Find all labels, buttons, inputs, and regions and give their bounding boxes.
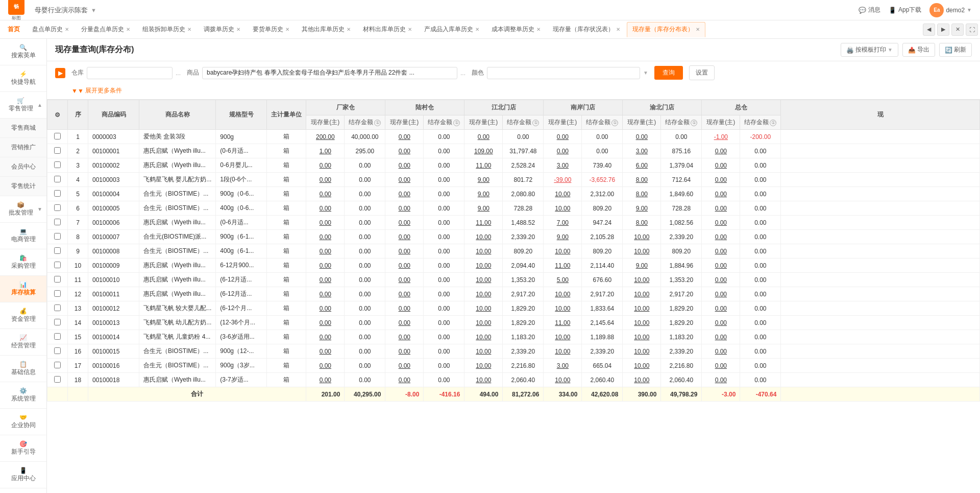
tab-other-out-close[interactable]: ✕: [347, 27, 351, 32]
qty-cell[interactable]: 0.00: [385, 259, 424, 273]
tab-expand-button[interactable]: ⛶: [966, 24, 978, 36]
row-checkbox[interactable]: [54, 319, 61, 325]
qty-cell[interactable]: 10.00: [464, 359, 503, 373]
qty-cell[interactable]: 11.00: [544, 316, 582, 330]
sidebar-item-purchase[interactable]: 🛍️ 采购管理: [0, 249, 46, 276]
sidebar-item-marketing[interactable]: 营销推广: [0, 138, 46, 157]
qty-cell[interactable]: 11.00: [544, 259, 582, 273]
qty-cell[interactable]: 3.00: [544, 158, 582, 173]
qty-cell[interactable]: 9.00: [544, 230, 582, 244]
tab-order-close[interactable]: ✕: [285, 27, 289, 32]
qty-cell[interactable]: 0.00: [464, 130, 503, 144]
sidebar-item-member[interactable]: 会员中心: [0, 157, 46, 177]
qty-cell[interactable]: 10.00: [623, 316, 661, 330]
query-button[interactable]: 查询: [654, 66, 683, 80]
tab-close-button[interactable]: ✕: [951, 24, 964, 36]
sidebar-item-management[interactable]: 📈 经营管理: [0, 329, 46, 356]
tab-material-out[interactable]: 材料出库单历史 ✕: [357, 22, 418, 37]
qty-cell[interactable]: 8.00: [623, 187, 661, 201]
qty-cell[interactable]: 7.00: [544, 216, 582, 230]
qty-cell[interactable]: 10.00: [544, 373, 582, 387]
f-amt-info-icon[interactable]: ①: [374, 120, 381, 126]
row-checkbox[interactable]: [54, 376, 61, 383]
qty-cell[interactable]: 0.00: [385, 359, 424, 373]
qty-cell[interactable]: 10.00: [623, 230, 661, 244]
app-download-button[interactable]: 📱 App下载: [889, 6, 921, 14]
row-settings[interactable]: [47, 330, 68, 344]
zc-amt-info-icon[interactable]: ①: [770, 120, 776, 126]
qty-cell[interactable]: 10.00: [623, 301, 661, 316]
qty-cell[interactable]: 0.00: [385, 301, 424, 316]
print-button[interactable]: 🖨️ 按模板打印 ▼: [841, 43, 898, 57]
tab-sub-stocktake[interactable]: 分量盘点单历史 ✕: [76, 22, 136, 37]
qty-cell[interactable]: 10.00: [623, 273, 661, 287]
sidebar-item-system[interactable]: ⚙️ 系统管理: [0, 382, 46, 409]
qty-cell[interactable]: 10.00: [464, 301, 503, 316]
row-checkbox[interactable]: [54, 233, 61, 240]
row-checkbox[interactable]: [54, 176, 61, 182]
tab-other-out[interactable]: 其他出库单历史 ✕: [296, 22, 356, 37]
row-settings[interactable]: [47, 359, 68, 373]
qty-cell[interactable]: -1.00: [702, 130, 740, 144]
qty-cell[interactable]: 0.00: [306, 173, 345, 187]
row-checkbox[interactable]: [54, 247, 61, 254]
qty-cell[interactable]: 0.00: [702, 187, 740, 201]
qty-cell[interactable]: 0.00: [702, 344, 740, 359]
qty-cell[interactable]: 5.00: [544, 273, 582, 287]
tab-assemble[interactable]: 组装拆卸单历史 ✕: [137, 22, 197, 37]
row-checkbox[interactable]: [54, 290, 61, 297]
qty-cell[interactable]: 0.00: [385, 316, 424, 330]
qty-cell[interactable]: 0.00: [385, 201, 424, 216]
qty-cell[interactable]: 9.00: [623, 259, 661, 273]
company-selector[interactable]: 母婴行业演示陈套 ▼: [35, 6, 96, 15]
tab-next-button[interactable]: ▶: [937, 24, 949, 36]
row-checkbox[interactable]: [54, 347, 61, 354]
qty-cell[interactable]: 10.00: [464, 287, 503, 301]
row-settings[interactable]: [47, 158, 68, 173]
qty-cell[interactable]: 0.00: [385, 287, 424, 301]
qty-cell[interactable]: 0.00: [306, 316, 345, 330]
qty-cell[interactable]: 10.00: [464, 373, 503, 387]
warehouse-input[interactable]: [87, 67, 173, 79]
qty-cell[interactable]: 0.00: [702, 330, 740, 344]
sidebar-item-retail-stat[interactable]: 零售统计: [0, 177, 46, 196]
qty-cell[interactable]: 0.00: [385, 130, 424, 144]
qty-cell[interactable]: 0.00: [306, 158, 345, 173]
qty-cell[interactable]: 10.00: [544, 287, 582, 301]
tab-prev-button[interactable]: ◀: [923, 24, 935, 36]
row-checkbox[interactable]: [54, 190, 61, 197]
qty-cell[interactable]: 11.00: [464, 158, 503, 173]
qty-cell[interactable]: 0.00: [306, 187, 345, 201]
qty-cell[interactable]: 9.00: [464, 173, 503, 187]
row-settings[interactable]: [47, 230, 68, 244]
qty-cell[interactable]: 0.00: [702, 259, 740, 273]
sidebar-item-ecommerce[interactable]: 💻 电商管理: [0, 223, 46, 249]
qty-cell[interactable]: 0.00: [702, 287, 740, 301]
tab-transfer[interactable]: 调拨单历史 ✕: [198, 22, 246, 37]
nb-amt-info-icon[interactable]: ①: [611, 120, 618, 126]
qty-cell[interactable]: 0.00: [306, 373, 345, 387]
row-checkbox[interactable]: [54, 133, 61, 139]
row-settings[interactable]: [47, 173, 68, 187]
qty-cell[interactable]: 0.00: [702, 201, 740, 216]
sidebar-item-finance[interactable]: 💰 资金管理: [0, 302, 46, 329]
tab-stock-dist[interactable]: 现存量（库存分布表） ✕: [627, 22, 705, 37]
qty-cell[interactable]: 0.00: [385, 273, 424, 287]
sidebar-item-inventory[interactable]: 📊 库存核算: [0, 276, 46, 302]
goods-input[interactable]: [202, 67, 457, 79]
tab-stock-status[interactable]: 现存量（库存状况表） ✕: [547, 22, 626, 37]
qty-cell[interactable]: 0.00: [702, 144, 740, 158]
qty-cell[interactable]: 10.00: [623, 330, 661, 344]
qty-cell[interactable]: 11.00: [464, 216, 503, 230]
qty-cell[interactable]: 10.00: [464, 330, 503, 344]
qty-cell[interactable]: 0.00: [385, 330, 424, 344]
tab-transfer-close[interactable]: ✕: [236, 27, 240, 32]
toggle-button[interactable]: ▶: [55, 68, 65, 78]
qty-cell[interactable]: 10.00: [464, 230, 503, 244]
qty-cell[interactable]: 0.00: [385, 344, 424, 359]
qty-cell[interactable]: 0.00: [306, 330, 345, 344]
qty-cell[interactable]: 0.00: [306, 344, 345, 359]
sidebar-item-basic-info[interactable]: 📋 基础信息: [0, 356, 46, 382]
row-checkbox[interactable]: [54, 147, 61, 154]
qty-cell[interactable]: 0.00: [385, 216, 424, 230]
